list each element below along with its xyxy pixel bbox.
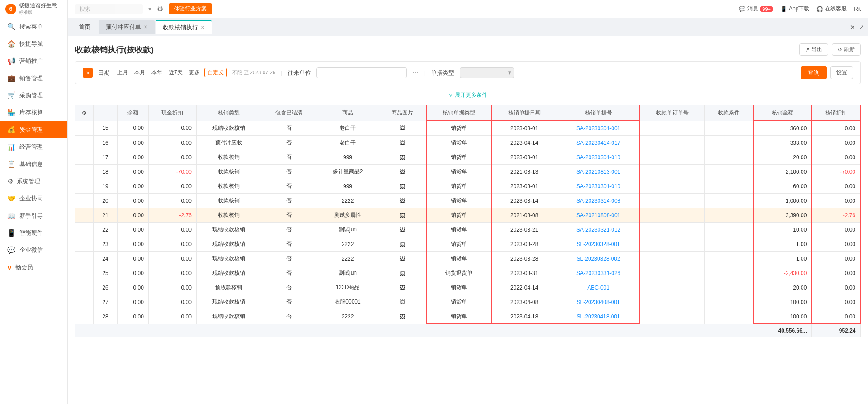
user-action[interactable]: Rit [854,6,861,12]
table-cell [640,208,705,223]
home-icon: 🏠 [7,40,16,48]
sidebar-item-search[interactable]: 🔍 搜索菜单 [0,18,67,35]
table-cell: 20 [94,194,118,208]
table-cell: 🖼 [378,252,426,266]
date-link-more[interactable]: 更多 [187,68,202,77]
voucher-type-select[interactable] [460,67,514,78]
receipt-no-link[interactable]: SL-20230418-001 [557,309,640,324]
receipt-no-link[interactable]: SA-20230331-026 [557,266,640,280]
table-cell: 收款核销 [196,179,261,194]
gear-icon[interactable]: ⚙ [157,5,163,13]
table-row: 250.000.00现结收款核销否测试jun🖼销货退货单2023-03-31SA… [75,266,861,280]
tab-prepay-close[interactable]: ✕ [144,24,147,29]
sidebar-item-sales[interactable]: 💼 销售管理 [0,70,67,87]
sidebar-item-quick-nav[interactable]: 🏠 快捷导航 [0,35,67,52]
date-link-last-month[interactable]: 上月 [115,68,130,77]
receipt-no-link[interactable]: SA-20230414-017 [557,136,640,150]
receipt-no-link[interactable]: SA-20230321-012 [557,223,640,237]
table-cell: 26 [94,280,118,295]
table-cell: 0.00 [117,165,148,179]
sidebar-item-finance[interactable]: 💰 资金管理 [0,121,67,138]
date-custom-btn[interactable]: 自定义 [204,68,227,77]
table-cell: 0.00 [148,194,196,208]
table-cell: 123D商品 [317,280,378,295]
receipt-no-link[interactable]: SL-20230328-002 [557,252,640,266]
sidebar-item-system[interactable]: ⚙ 系统管理 [0,173,67,190]
expand-more-bar[interactable]: ∨ 展开更多条件 [75,90,861,101]
table-cell [705,136,753,150]
table-cell: 23 [94,237,118,252]
tab-home[interactable]: 首页 [71,20,98,34]
message-icon: 💬 [739,6,745,12]
sidebar-item-member[interactable]: V 畅会员 [0,259,67,276]
table-cell: 22 [94,223,118,237]
table-cell [705,295,753,309]
industry-btn[interactable]: 休验行业方案 [169,3,212,14]
table-cell: 17 [94,150,118,165]
receipt-no-link[interactable]: SL-20230408-001 [557,295,640,309]
app-download-action[interactable]: 📱 App下载 [780,5,809,13]
window-close-btn[interactable]: ✕ [850,24,855,31]
table-cell: 28 [94,309,118,324]
th-gear[interactable]: ⚙ [75,105,94,121]
receipt-no-link[interactable]: SA-20230301-010 [557,179,640,194]
table-cell: 0.00 [117,309,148,324]
receipt-no-link[interactable]: SA-20230314-008 [557,194,640,208]
tab-receipt-write-off[interactable]: 收款核销执行 ✕ [156,20,212,34]
query-btn[interactable]: 查询 [801,66,827,79]
basic-info-icon: 📋 [7,160,16,168]
table-cell [640,266,705,280]
table-cell: 销货单 [426,194,491,208]
sidebar-item-hardware[interactable]: 📱 智能硬件 [0,224,67,242]
tab-prepay[interactable]: 预付冲应付单 ✕ [99,20,155,34]
receipt-no-link[interactable]: SA-20210813-001 [557,165,640,179]
nav-search-input[interactable] [75,4,143,14]
receipt-no-link[interactable]: SL-20230328-001 [557,237,640,252]
data-table: ⚙ 余额 现金折扣 核销类型 包含已结清 商品 商品图片 核销单据类型 核销单据… [75,105,861,337]
message-action[interactable]: 💬 消息 99+ [739,5,773,13]
settings-btn[interactable]: 设置 [830,66,853,79]
filter-dots[interactable]: ··· [412,69,418,77]
table-scroll-area: ⚙ 余额 现金折扣 核销类型 包含已结清 商品 商品图片 核销单据类型 核销单据… [75,105,861,337]
sidebar-item-operation[interactable]: 📊 经营管理 [0,138,67,156]
sidebar-item-marketing[interactable]: 📢 营销推广 [0,52,67,70]
table-cell: 0.00 [117,121,148,136]
table-cell: 否 [261,280,317,295]
date-link-this-month[interactable]: 本月 [132,68,147,77]
table-cell: 0.00 [117,252,148,266]
online-service-action[interactable]: 🎧 在线客服 [816,5,847,13]
top-right-actions: 💬 消息 99+ 📱 App下载 🎧 在线客服 Rit [731,5,868,13]
export-btn[interactable]: ↗ 导出 [799,43,828,56]
sidebar-item-basic-info[interactable]: 📋 基础信息 [0,156,67,173]
date-link-this-year[interactable]: 本年 [150,68,164,77]
table-row: 200.000.00收款核销否2222🖼销货单2023-03-14SA-2023… [75,194,861,208]
sidebar-item-inventory[interactable]: 🏪 库存核算 [0,104,67,121]
th-balance: 余额 [117,105,148,121]
app-download-label: App下载 [789,5,809,13]
table-cell [705,309,753,324]
date-link-7days[interactable]: 近7天 [167,68,184,77]
tab-receipt-write-off-close[interactable]: ✕ [201,25,204,30]
sidebar-item-wechat[interactable]: 💬 企业微信 [0,242,67,259]
filter-toggle-btn[interactable]: » [83,68,93,78]
table-cell: 否 [261,165,317,179]
refresh-btn[interactable]: ↺ 刷新 [832,43,861,56]
sidebar-item-purchase[interactable]: 🛒 采购管理 [0,87,67,104]
source-unit-input[interactable] [316,67,407,78]
receipt-no-link[interactable]: SA-20210808-001 [557,208,640,223]
receipt-no-link[interactable]: SA-20230301-001 [557,121,640,136]
sidebar-item-enterprise[interactable]: 🤝 企业协同 [0,190,67,207]
table-cell: 2,100.00 [753,165,812,179]
table-cell: -2.76 [811,208,860,223]
table-cell: 0.00 [811,121,860,136]
receipt-no-link[interactable]: ABC-001 [557,280,640,295]
window-maximize-btn[interactable]: ⤢ [859,24,864,31]
sidebar-item-label: 新手引导 [19,212,43,220]
table-cell: 测试jun [317,266,378,280]
receipt-no-link[interactable]: SA-20230301-010 [557,150,640,165]
table-row: 160.000.00预付冲应收否老白干🖼销货单2023-04-14SA-2023… [75,136,861,150]
sidebar-item-guide[interactable]: 📖 新手引导 [0,207,67,224]
table-cell: 18 [94,165,118,179]
sidebar-item-label: 资金管理 [19,126,43,134]
table-cell [75,252,94,266]
